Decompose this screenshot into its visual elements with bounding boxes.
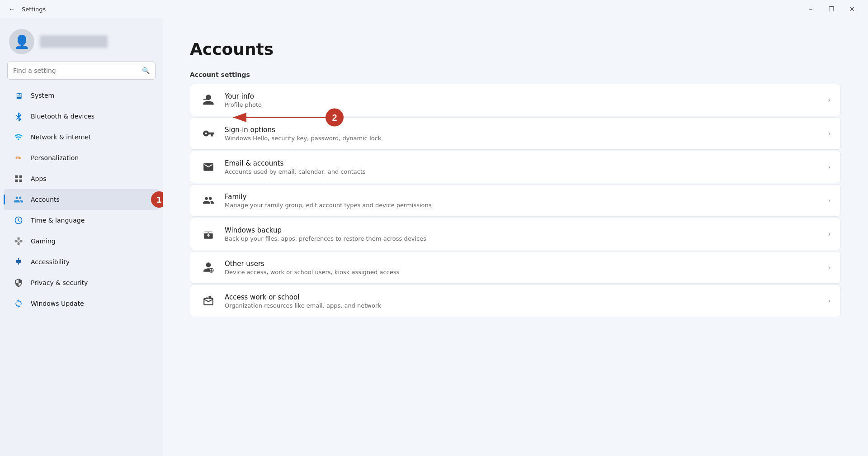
annotation-badge-1: 1	[151, 191, 163, 208]
your-info-title: Your info	[225, 92, 820, 100]
close-button[interactable]: ✕	[842, 2, 863, 16]
sidebar-item-accessibility[interactable]: Accessibility	[4, 252, 159, 272]
backup-desc: Back up your files, apps, preferences to…	[225, 235, 820, 242]
titlebar: ← Settings − ❐ ✕	[0, 0, 868, 18]
avatar-icon: 👤	[14, 34, 30, 49]
minimize-button[interactable]: −	[800, 2, 821, 16]
svg-rect-5	[203, 99, 207, 100]
window-controls: − ❐ ✕	[800, 2, 863, 16]
sidebar-item-privacy[interactable]: Privacy & security	[4, 272, 159, 293]
sidebar-label-bluetooth: Bluetooth & devices	[31, 113, 94, 120]
sidebar-item-system[interactable]: 🖥 System	[4, 85, 159, 106]
time-icon	[13, 214, 24, 226]
backup-title: Windows backup	[225, 226, 820, 234]
sidebar-label-time: Time & language	[31, 217, 85, 224]
email-icon	[200, 159, 217, 175]
settings-item-sign-in[interactable]: Sign-in options Windows Hello, security …	[190, 117, 841, 150]
sidebar-item-apps[interactable]: Apps	[4, 168, 159, 189]
family-chevron: ›	[828, 197, 830, 204]
email-desc: Accounts used by email, calendar, and co…	[225, 168, 820, 175]
main-area: Accounts Account settings Your info Prof…	[163, 18, 868, 456]
family-desc: Manage your family group, edit account t…	[225, 202, 820, 209]
sidebar-item-update[interactable]: Windows Update	[4, 293, 159, 314]
settings-item-email[interactable]: Email & accounts Accounts used by email,…	[190, 151, 841, 183]
settings-item-family[interactable]: Family Manage your family group, edit ac…	[190, 184, 841, 217]
sidebar-label-accounts: Accounts	[31, 196, 60, 203]
bluetooth-icon	[13, 110, 24, 122]
update-icon	[13, 298, 24, 309]
family-text: Family Manage your family group, edit ac…	[225, 193, 820, 209]
work-school-text: Access work or school Organization resou…	[225, 293, 820, 309]
family-icon	[200, 192, 217, 209]
your-info-desc: Profile photo	[225, 101, 820, 108]
network-icon	[13, 131, 24, 143]
sidebar-label-system: System	[31, 92, 54, 99]
user-name	[40, 35, 108, 48]
svg-rect-2	[15, 180, 18, 182]
sidebar-label-personalization: Personalization	[31, 154, 79, 162]
search-container: 🔍	[0, 62, 163, 85]
backup-icon	[200, 226, 217, 242]
svg-rect-3	[19, 180, 22, 182]
settings-item-other-users[interactable]: Other users Device access, work or schoo…	[190, 251, 841, 284]
accessibility-icon	[13, 256, 24, 268]
work-school-chevron: ›	[828, 297, 830, 304]
section-label: Account settings	[190, 71, 841, 78]
sign-in-desc: Windows Hello, security key, password, d…	[225, 135, 820, 142]
other-users-chevron: ›	[828, 264, 830, 271]
search-input[interactable]	[13, 67, 138, 74]
settings-item-backup[interactable]: Windows backup Back up your files, apps,…	[190, 218, 841, 250]
apps-icon	[13, 173, 24, 185]
other-users-icon	[200, 259, 217, 276]
app-body: 👤 🔍 🖥 System Bluetooth & devices	[0, 18, 868, 456]
sidebar-item-gaming[interactable]: Gaming	[4, 231, 159, 252]
personalization-icon: ✏️	[13, 152, 24, 164]
other-users-text: Other users Device access, work or schoo…	[225, 260, 820, 276]
family-title: Family	[225, 193, 820, 201]
email-text: Email & accounts Accounts used by email,…	[225, 159, 820, 175]
sign-in-chevron: ›	[828, 130, 830, 137]
your-info-text: Your info Profile photo	[225, 92, 820, 108]
sidebar-label-gaming: Gaming	[31, 238, 56, 245]
gaming-icon	[13, 235, 24, 247]
settings-item-your-info[interactable]: Your info Profile photo ›	[190, 84, 841, 116]
other-users-title: Other users	[225, 260, 820, 268]
sign-in-text: Sign-in options Windows Hello, security …	[225, 126, 820, 142]
work-school-title: Access work or school	[225, 293, 820, 301]
sidebar-label-apps: Apps	[31, 175, 47, 182]
user-profile[interactable]: 👤	[0, 18, 163, 62]
sidebar: 👤 🔍 🖥 System Bluetooth & devices	[0, 18, 163, 456]
sidebar-item-accounts[interactable]: Accounts 1	[4, 189, 159, 210]
other-users-desc: Device access, work or school users, kio…	[225, 269, 820, 276]
back-button[interactable]: ←	[5, 3, 18, 15]
sidebar-nav: 🖥 System Bluetooth & devices Network & i…	[0, 85, 163, 314]
avatar: 👤	[9, 29, 34, 54]
svg-point-4	[18, 258, 19, 260]
maximize-button[interactable]: ❐	[821, 2, 842, 16]
your-info-chevron: ›	[828, 96, 830, 104]
privacy-icon	[13, 277, 24, 289]
search-box[interactable]: 🔍	[7, 62, 156, 80]
page-title: Accounts	[190, 40, 841, 58]
accounts-icon	[13, 194, 24, 205]
your-info-icon	[200, 92, 217, 108]
settings-list: Your info Profile photo › Sign-in option…	[190, 84, 841, 317]
system-icon: 🖥	[13, 90, 24, 101]
search-icon: 🔍	[142, 67, 150, 74]
svg-rect-1	[19, 176, 22, 178]
main-content: Accounts Account settings Your info Prof…	[163, 18, 868, 456]
sidebar-item-network[interactable]: Network & internet	[4, 127, 159, 147]
sidebar-label-privacy: Privacy & security	[31, 279, 88, 286]
sidebar-label-network: Network & internet	[31, 133, 91, 141]
sidebar-item-time[interactable]: Time & language	[4, 210, 159, 231]
backup-text: Windows backup Back up your files, apps,…	[225, 226, 820, 242]
work-school-icon	[200, 293, 217, 309]
settings-item-work-school[interactable]: Access work or school Organization resou…	[190, 285, 841, 317]
backup-chevron: ›	[828, 230, 830, 238]
app-title: Settings	[22, 6, 797, 13]
sign-in-title: Sign-in options	[225, 126, 820, 134]
sidebar-label-update: Windows Update	[31, 300, 84, 307]
work-school-desc: Organization resources like email, apps,…	[225, 302, 820, 309]
sidebar-item-bluetooth[interactable]: Bluetooth & devices	[4, 106, 159, 127]
sidebar-item-personalization[interactable]: ✏️ Personalization	[4, 147, 159, 168]
